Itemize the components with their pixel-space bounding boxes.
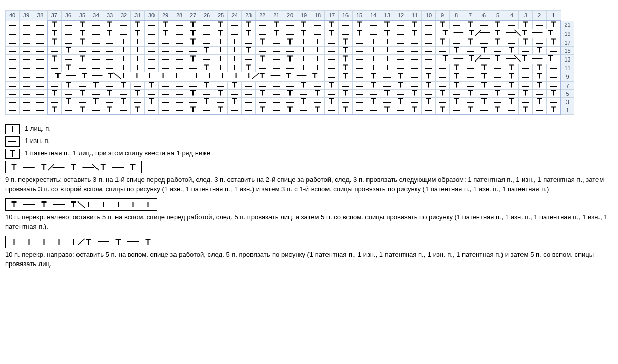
- col-header: 32: [117, 11, 131, 21]
- stitch-cell: [6, 90, 20, 98]
- stitch-cell: [47, 38, 62, 47]
- stitch-cell: [145, 98, 159, 106]
- stitch-cell: [75, 55, 89, 64]
- stitch-cell: [214, 64, 228, 72]
- stitch-cell: [145, 82, 159, 90]
- stitch-cell: [353, 82, 366, 90]
- stitch-cell: [33, 21, 48, 29]
- stitch-cell: [408, 38, 422, 47]
- stitch-cell: [547, 106, 561, 115]
- stitch-cell: [242, 82, 256, 90]
- stitch-cell: [491, 64, 505, 72]
- stitch-cell: [297, 21, 311, 29]
- col-header: 26: [200, 11, 214, 21]
- stitch-cell: [366, 90, 380, 98]
- stitch-cell: [228, 64, 242, 72]
- stitch-cell: [242, 90, 256, 98]
- stitch-cell: [491, 38, 505, 47]
- stitch-cell: [311, 38, 325, 47]
- stitch-cell: [62, 29, 75, 38]
- stitch-cell: [145, 106, 159, 115]
- stitch-cell: [145, 47, 159, 55]
- stitch-cell: [366, 29, 380, 38]
- stitch-cell: [20, 55, 33, 64]
- stitch-cell: [505, 72, 519, 82]
- stitch-cell: [436, 72, 450, 82]
- stitch-cell: [547, 98, 561, 106]
- stitch-cell: [89, 29, 103, 38]
- stitch-cell: [269, 29, 283, 38]
- stitch-cell: [325, 72, 339, 82]
- stitch-cell: [283, 64, 297, 72]
- stitch-cell: [269, 106, 283, 115]
- stitch-cell: [505, 106, 519, 115]
- stitch-cell: [47, 72, 186, 82]
- stitch-cell: [297, 29, 311, 38]
- stitch-cell: [505, 98, 519, 106]
- stitch-cell: [186, 38, 200, 47]
- stitch-cell: [366, 38, 380, 47]
- stitch-cell: [159, 98, 172, 106]
- stitch-cell: [505, 82, 519, 90]
- stitch-cell: [339, 21, 353, 29]
- stitch-cell: [269, 21, 283, 29]
- stitch-cell: [200, 82, 214, 90]
- stitch-cell: [436, 47, 450, 55]
- stitch-cell: [47, 29, 62, 38]
- stitch-cell: [325, 82, 339, 90]
- stitch-cell: [145, 38, 159, 47]
- stitch-cell: [505, 64, 519, 72]
- stitch-cell: [408, 82, 422, 90]
- stitch-cell: [422, 82, 436, 90]
- stitch-cell: [228, 21, 242, 29]
- stitch-cell: [464, 90, 477, 98]
- stitch-cell: [394, 21, 408, 29]
- stitch-cell: [408, 72, 422, 82]
- stitch-cell: [477, 90, 491, 98]
- stitch-cell: [394, 72, 408, 82]
- stitch-cell: [62, 21, 75, 29]
- stitch-cell: [311, 64, 325, 72]
- col-header: 28: [172, 11, 186, 21]
- stitch-cell: [533, 47, 547, 55]
- stitch-cell: [297, 64, 311, 72]
- stitch-cell: [256, 21, 269, 29]
- stitch-cell: [200, 38, 214, 47]
- stitch-cell: [103, 21, 117, 29]
- stitch-cell: [214, 98, 228, 106]
- stitch-cell: [131, 47, 145, 55]
- stitch-cell: [145, 64, 159, 72]
- stitch-cell: [75, 29, 89, 38]
- stitch-cell: [519, 47, 533, 55]
- stitch-cell: [228, 106, 242, 115]
- stitch-cell: [6, 55, 20, 64]
- stitch-cell: [297, 106, 311, 115]
- col-header: 7: [464, 11, 477, 21]
- stitch-cell: [20, 106, 33, 115]
- cable-right10-icon: [5, 236, 157, 248]
- stitch-cell: [408, 47, 422, 55]
- stitch-cell: [436, 38, 450, 47]
- stitch-cell: [283, 29, 297, 38]
- stitch-cell: [408, 64, 422, 72]
- svg-line-647: [78, 239, 85, 245]
- stitch-cell: [62, 82, 75, 90]
- stitch-cell: [408, 98, 422, 106]
- stitch-cell: [339, 106, 353, 115]
- stitch-cell: [47, 106, 62, 115]
- stitch-cell: [491, 90, 505, 98]
- stitch-cell: [311, 90, 325, 98]
- stitch-cell: [394, 47, 408, 55]
- stitch-cell: [269, 38, 283, 47]
- col-header: 29: [159, 11, 172, 21]
- stitch-cell: [477, 72, 491, 82]
- stitch-cell: [256, 98, 269, 106]
- stitch-cell: [436, 29, 561, 38]
- stitch-cell: [477, 82, 491, 90]
- stitch-cell: [311, 55, 325, 64]
- col-header: 33: [103, 11, 117, 21]
- stitch-cell: [491, 72, 505, 82]
- stitch-cell: [491, 47, 505, 55]
- stitch-cell: [200, 64, 214, 72]
- stitch-cell: [311, 106, 325, 115]
